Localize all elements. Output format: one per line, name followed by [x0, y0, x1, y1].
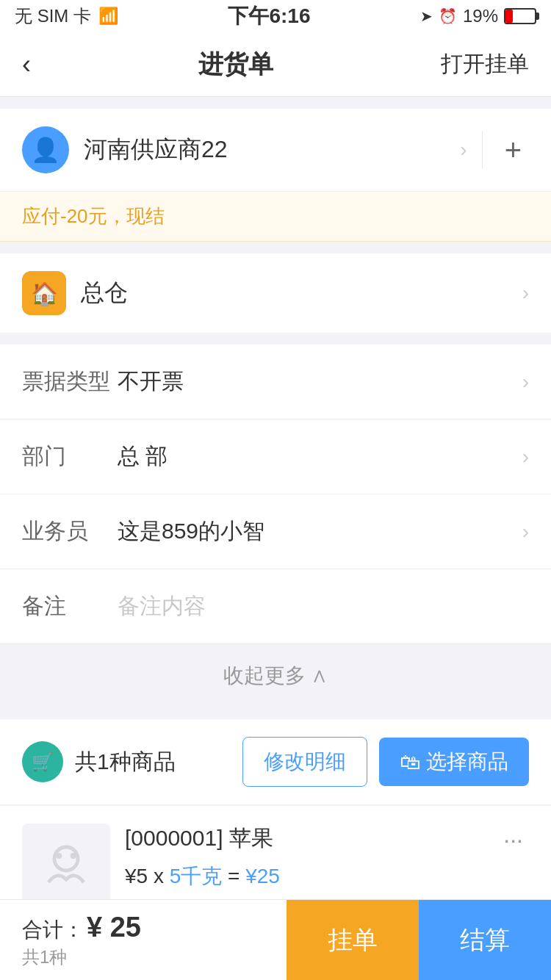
warehouse-chevron-icon: ›	[522, 281, 529, 305]
svg-point-1	[56, 853, 62, 859]
department-value: 总 部	[118, 442, 522, 472]
battery-indicator	[504, 8, 536, 24]
product-unit-price: ¥5	[125, 865, 148, 887]
hang-button[interactable]: 挂单	[287, 900, 419, 981]
form-section: 票据类型 不开票 › 部门 总 部 › 业务员 这是859的小智 › 备注 备注…	[0, 345, 551, 707]
total-amount: ¥ 25	[87, 912, 141, 943]
nav-bar: ‹ 进货单 打开挂单	[0, 32, 551, 97]
warehouse-name: 总仓	[81, 277, 522, 309]
svg-point-2	[71, 853, 76, 859]
carrier-label: 无 SIM 卡	[15, 4, 91, 28]
invoice-label: 票据类型	[22, 367, 118, 397]
collapse-label: 收起更多 ∧	[223, 664, 328, 687]
notice-bar: 应付-20元，现结	[0, 192, 551, 242]
product-title: 苹果	[229, 826, 273, 850]
select-product-icon: 🛍	[400, 750, 420, 774]
total-count: 共1种	[22, 945, 264, 969]
products-count: 共1种商品	[75, 747, 242, 777]
status-left: 无 SIM 卡 📶	[15, 4, 118, 28]
warehouse-section: 🏠 总仓 ›	[0, 253, 551, 333]
bottom-bar: 合计： ¥ 25 共1种 挂单 结算	[0, 899, 551, 980]
checkout-button[interactable]: 结算	[419, 900, 551, 981]
status-time: 下午6:16	[228, 2, 310, 30]
products-icon: 🛒	[22, 741, 63, 782]
department-label: 部门	[22, 442, 118, 472]
svg-point-0	[54, 847, 78, 871]
product-thumbnail	[22, 824, 110, 912]
invoice-value: 不开票	[118, 367, 522, 397]
status-right: ➤ ⏰ 19%	[420, 6, 536, 26]
select-product-button[interactable]: 🛍 选择商品	[379, 738, 529, 786]
products-section: 🛒 共1种商品 修改明细 🛍 选择商品 [0000001] 苹果 ¥5	[0, 719, 551, 929]
product-more-button[interactable]: ···	[497, 824, 529, 857]
battery-label: 19%	[463, 6, 498, 26]
open-hang-button[interactable]: 打开挂单	[441, 49, 529, 79]
invoice-chevron-icon: ›	[522, 370, 529, 394]
notice-text: 应付-20元，现结	[22, 205, 165, 227]
page-title: 进货单	[198, 48, 273, 82]
product-placeholder-icon	[37, 838, 96, 897]
salesman-label: 业务员	[22, 516, 118, 547]
back-button[interactable]: ‹	[22, 49, 31, 80]
select-product-label: 选择商品	[426, 748, 508, 776]
supplier-name: 河南供应商22	[84, 134, 453, 166]
remark-input[interactable]: 备注内容	[118, 591, 529, 621]
warehouse-row[interactable]: 🏠 总仓 ›	[0, 253, 551, 333]
remark-label: 备注	[22, 591, 118, 621]
divider	[482, 131, 483, 168]
warehouse-icon: 🏠	[22, 271, 66, 315]
salesman-value: 这是859的小智	[118, 516, 522, 547]
total-label: 合计：	[22, 916, 84, 944]
product-info: [0000001] 苹果 ¥5 x 5千克 = ¥25	[125, 824, 483, 890]
location-icon: ➤	[420, 7, 433, 25]
products-header: 🛒 共1种商品 修改明细 🛍 选择商品	[0, 719, 551, 805]
supplier-row[interactable]: 👤 河南供应商22 › +	[0, 109, 551, 192]
department-chevron-icon: ›	[522, 445, 529, 469]
supplier-avatar: 👤	[22, 126, 69, 173]
supplier-section: 👤 河南供应商22 › + 应付-20元，现结	[0, 109, 551, 242]
invoice-row[interactable]: 票据类型 不开票 ›	[0, 345, 551, 419]
supplier-chevron-icon: ›	[460, 138, 467, 162]
total-section: 合计： ¥ 25 共1种	[0, 912, 287, 969]
department-row[interactable]: 部门 总 部 ›	[0, 419, 551, 494]
product-code: [0000001]	[125, 826, 223, 850]
product-total: ¥25	[245, 865, 280, 887]
salesman-chevron-icon: ›	[522, 520, 529, 544]
remark-row[interactable]: 备注 备注内容	[0, 569, 551, 644]
status-bar: 无 SIM 卡 📶 下午6:16 ➤ ⏰ 19%	[0, 0, 551, 32]
add-button[interactable]: +	[497, 134, 529, 167]
salesman-row[interactable]: 业务员 这是859的小智 ›	[0, 494, 551, 569]
product-name: [0000001] 苹果	[125, 824, 483, 854]
product-quantity: 5千克	[170, 865, 223, 887]
wifi-icon: 📶	[98, 7, 118, 26]
product-price: ¥5 x 5千克 = ¥25	[125, 862, 483, 890]
alarm-icon: ⏰	[439, 7, 457, 25]
edit-detail-button[interactable]: 修改明细	[242, 737, 367, 787]
collapse-bar[interactable]: 收起更多 ∧	[0, 644, 551, 707]
